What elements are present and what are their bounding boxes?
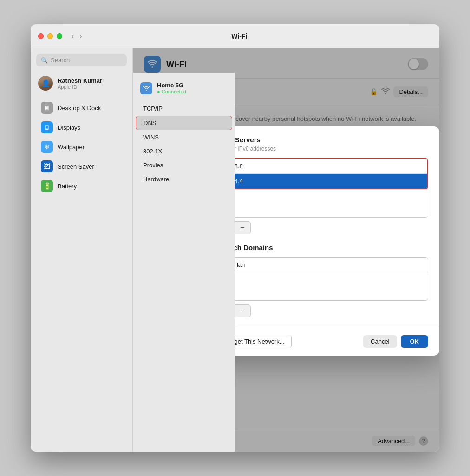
dns-spacer [219, 189, 428, 217]
sidebar-item-desktop-dock[interactable]: 🖥 Desktop & Dock [33, 99, 130, 117]
wallpaper-icon: ❄ [41, 141, 53, 153]
search-domains-section: Search Domains hgu_lan + − [218, 244, 428, 317]
displays-icon: 🖥 [41, 121, 53, 133]
search-domains-list: hgu_lan [218, 257, 428, 301]
sidebar-item-desktop-dock-label: Desktop & Dock [58, 105, 101, 112]
sidebar-item-screen-saver[interactable]: 🖼 Screen Saver [33, 157, 130, 176]
user-subtitle: Apple ID [58, 84, 102, 90]
close-button[interactable] [38, 33, 44, 39]
modal-body: DNS Servers IPv4 or IPv6 addresses 8.8.8… [207, 126, 439, 317]
sidebar-item-screen-saver-label: Screen Saver [58, 163, 94, 170]
window-title: Wi-Fi [47, 33, 432, 40]
sidebar-item-wallpaper-label: Wallpaper [58, 144, 85, 151]
sidebar-item-wallpaper[interactable]: ❄ Wallpaper [33, 138, 130, 156]
search-icon: 🔍 [41, 57, 48, 64]
battery-icon: 🔋 [41, 180, 53, 192]
modal-overlay: Home 5G ● Connected TCP/IP DNS WINS 802.… [133, 48, 439, 452]
mini-nav-dns[interactable]: DNS [136, 116, 232, 130]
modal-actions: Cancel OK [363, 335, 428, 348]
mini-network-name: Home 5G [157, 82, 186, 89]
domain-remove-button[interactable]: − [235, 305, 250, 317]
dns-entry-2[interactable]: 8.8.4.4 [220, 174, 427, 188]
user-info: Ratnesh Kumar Apple ID [58, 77, 102, 90]
sidebar: 🔍 Search 👤 Ratnesh Kumar Apple ID 🖥 Desk… [31, 48, 133, 452]
mini-nav-802[interactable]: 802.1X [136, 145, 232, 158]
modal-footer: Forget This Network... Cancel OK [207, 327, 439, 356]
domains-spacer [219, 272, 428, 300]
cancel-button[interactable]: Cancel [363, 335, 397, 348]
dns-servers-section: DNS Servers IPv4 or IPv6 addresses 8.8.8… [218, 136, 428, 234]
search-domains-title: Search Domains [218, 244, 428, 251]
mini-sidebar: Home 5G ● Connected TCP/IP DNS WINS 802.… [133, 73, 235, 452]
system-preferences-window: ‹ › Wi-Fi 🔍 Search 👤 Ratnesh Kumar Apple… [31, 24, 439, 452]
desktop-dock-icon: 🖥 [41, 102, 53, 114]
right-content: Wi-Fi Home 5G Connected 🔒 [133, 48, 439, 452]
dns-entry-1[interactable]: 8.8.8.8 [220, 159, 427, 173]
dns-section-title: DNS Servers [218, 136, 428, 144]
main-content: 🔍 Search 👤 Ratnesh Kumar Apple ID 🖥 Desk… [31, 48, 439, 452]
sidebar-item-displays-label: Displays [58, 124, 80, 131]
dns-section-subtitle: IPv4 or IPv6 addresses [218, 145, 428, 152]
search-domain-1[interactable]: hgu_lan [219, 258, 428, 272]
sidebar-item-battery-label: Battery [58, 183, 77, 190]
mini-network-header: Home 5G ● Connected [133, 78, 235, 98]
dns-entry-1-wrapper: 8.8.8.8 [220, 159, 427, 174]
mini-nav-tcpip[interactable]: TCP/IP [136, 102, 232, 115]
search-bar[interactable]: 🔍 Search [36, 54, 127, 66]
dns-modal: DNS Servers IPv4 or IPv6 addresses 8.8.8… [207, 126, 439, 356]
avatar: 👤 [38, 76, 53, 91]
user-name: Ratnesh Kumar [58, 77, 102, 84]
dns-list-container: 8.8.8.8 8.8.4.4 [218, 158, 428, 218]
mini-connected: ● Connected [157, 89, 186, 94]
screen-saver-icon: 🖼 [41, 160, 53, 172]
mini-nav-hardware[interactable]: Hardware [136, 172, 232, 186]
mini-wifi-icon [140, 82, 152, 94]
avatar-image: 👤 [38, 76, 53, 91]
dns-highlight-wrapper: 8.8.8.8 8.8.4.4 [219, 158, 428, 189]
sidebar-item-displays[interactable]: 🖥 Displays [33, 118, 130, 137]
dns-remove-button[interactable]: − [235, 222, 250, 234]
dns-entry-2-wrapper: 8.8.4.4 [220, 174, 427, 188]
user-section[interactable]: 👤 Ratnesh Kumar Apple ID [31, 72, 132, 94]
sidebar-item-battery[interactable]: 🔋 Battery [33, 177, 130, 195]
titlebar: ‹ › Wi-Fi [31, 24, 439, 48]
ok-button[interactable]: OK [401, 335, 429, 348]
mini-nav-proxies[interactable]: Proxies [136, 159, 232, 172]
search-placeholder: Search [51, 57, 70, 64]
mini-network-info: Home 5G ● Connected [157, 82, 186, 94]
mini-nav-wins[interactable]: WINS [136, 131, 232, 144]
